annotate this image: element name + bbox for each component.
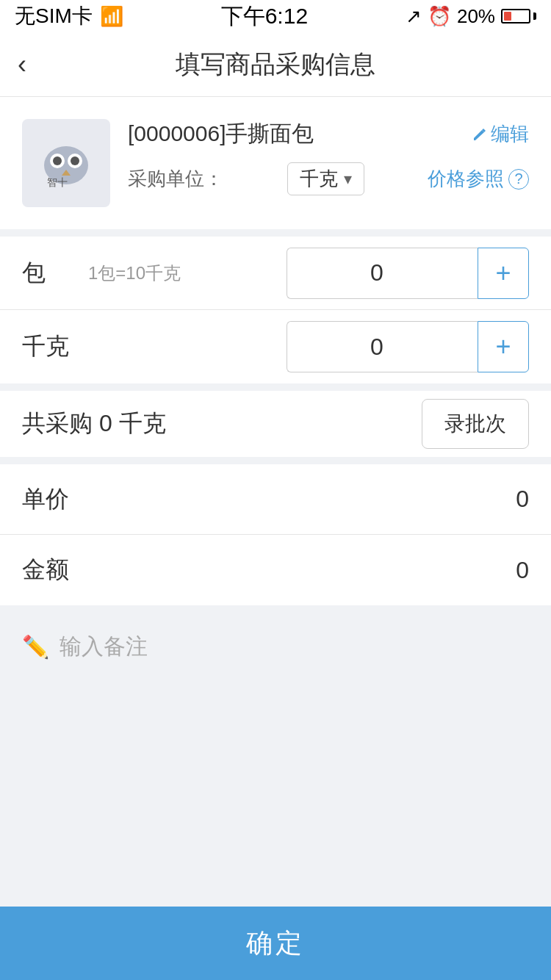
- status-bar: 无SIM卡 📶 下午6:12 ↗ ⏰ 20%: [0, 0, 551, 32]
- product-card: 智十 [0000006]手撕面包 编辑 采购单位： 千克 ▾ 价格参照 ?: [0, 97, 551, 237]
- unit-select[interactable]: 千克 ▾: [287, 162, 364, 195]
- unit-value: 千克: [300, 166, 338, 192]
- help-icon: ?: [508, 169, 529, 190]
- info-section: 单价 0 金额 0: [0, 464, 551, 613]
- unit-price-value: 0: [516, 486, 529, 513]
- alarm-icon: ⏰: [428, 5, 451, 28]
- amount-row: 金额 0: [0, 535, 551, 605]
- bao-row: 包 1包=10千克 +: [0, 237, 551, 310]
- input-section: 包 1包=10千克 + 千克 +: [0, 237, 551, 391]
- svg-text:智十: 智十: [47, 176, 68, 188]
- batch-button[interactable]: 录批次: [422, 399, 529, 449]
- unit-price-label: 单价: [22, 483, 69, 516]
- product-name: [0000006]手撕面包: [128, 119, 314, 149]
- product-info: [0000006]手撕面包 编辑 采购单位： 千克 ▾ 价格参照 ?: [128, 119, 529, 195]
- product-image: 智十: [22, 119, 110, 207]
- status-time: 下午6:12: [221, 1, 308, 32]
- edit-icon: [472, 126, 488, 143]
- remark-section[interactable]: ✏️ 输入备注: [0, 613, 551, 691]
- location-icon: ↗: [406, 5, 422, 28]
- back-button[interactable]: ‹: [18, 49, 26, 80]
- nav-bar: ‹ 填写商品采购信息: [0, 32, 551, 97]
- kg-plus-button[interactable]: +: [478, 321, 529, 372]
- wifi-icon: 📶: [100, 5, 123, 28]
- purchase-unit-label: 采购单位：: [128, 166, 223, 192]
- page-title: 填写商品采购信息: [176, 48, 375, 82]
- kg-input-wrap: +: [287, 321, 529, 372]
- edit-label: 编辑: [491, 121, 529, 147]
- price-ref-label: 价格参照: [428, 166, 504, 192]
- confirm-button[interactable]: 确定: [0, 907, 551, 980]
- amount-label: 金额: [22, 554, 69, 586]
- svg-point-4: [71, 156, 79, 165]
- kg-input[interactable]: [287, 321, 478, 372]
- svg-point-3: [53, 156, 62, 165]
- bao-input-wrap: +: [287, 248, 529, 299]
- bao-label: 包: [22, 257, 81, 289]
- purchase-unit-row: 采购单位： 千克 ▾ 价格参照 ?: [128, 162, 529, 195]
- pencil-icon: ✏️: [22, 634, 49, 660]
- product-logo: 智十: [37, 137, 96, 189]
- content-spacer: [0, 691, 551, 897]
- edit-button[interactable]: 编辑: [472, 121, 529, 147]
- confirm-label: 确定: [246, 926, 305, 962]
- product-name-row: [0000006]手撕面包 编辑: [128, 119, 529, 149]
- kg-row: 千克 +: [0, 310, 551, 383]
- amount-value: 0: [516, 557, 529, 584]
- total-row: 共采购 0 千克 录批次: [0, 391, 551, 464]
- dropdown-arrow-icon: ▾: [344, 170, 352, 189]
- bao-sublabel: 1包=10千克: [88, 262, 287, 285]
- bao-input[interactable]: [287, 248, 478, 299]
- remark-placeholder: 输入备注: [60, 632, 148, 662]
- bao-plus-button[interactable]: +: [478, 248, 529, 299]
- kg-label: 千克: [22, 331, 81, 363]
- unit-price-row: 单价 0: [0, 464, 551, 535]
- price-ref-button[interactable]: 价格参照 ?: [428, 166, 529, 192]
- battery-icon: [501, 9, 536, 24]
- status-left: 无SIM卡 📶: [15, 2, 123, 30]
- status-right: ↗ ⏰ 20%: [406, 5, 536, 28]
- battery-pct: 20%: [457, 5, 495, 28]
- total-label: 共采购 0 千克: [22, 408, 166, 440]
- carrier-label: 无SIM卡: [15, 2, 93, 30]
